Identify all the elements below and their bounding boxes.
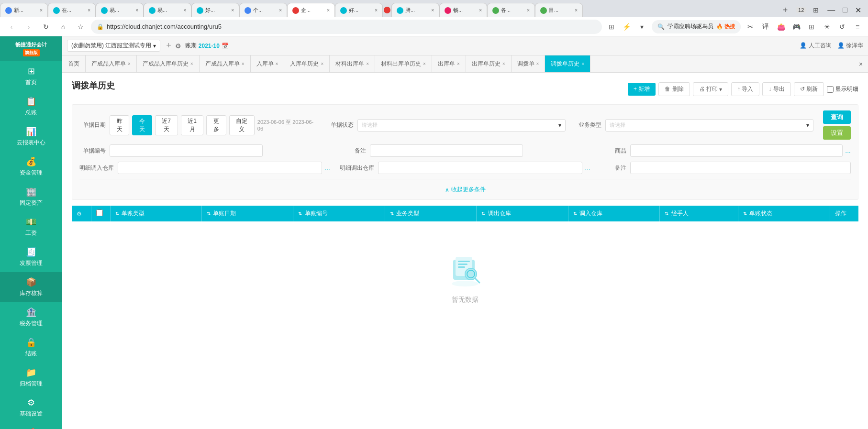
import-button[interactable]: ↑ 导入 <box>731 82 759 96</box>
date-custom-btn[interactable]: 自定义 <box>229 115 255 135</box>
tab-count-badge[interactable]: 12 <box>796 7 806 13</box>
detail-in-input[interactable] <box>118 162 322 174</box>
tab-close-icon[interactable]: × <box>457 61 460 66</box>
detail-out-more-icon[interactable]: ... <box>585 164 590 172</box>
date-yesterday-btn[interactable]: 昨天 <box>110 115 129 135</box>
sidebar-item-guide[interactable]: 📌 新手引导 <box>0 423 62 429</box>
browser-tab-5[interactable]: 好... × <box>191 3 239 17</box>
sidebar-logo[interactable]: 畅捷通好会计 旗舰版 <box>0 36 62 61</box>
col-date[interactable]: ⇅ 单账日期 <box>201 206 293 221</box>
menu-icon[interactable]: ≡ <box>852 21 863 33</box>
tab-material-out[interactable]: 材料出库单 × <box>330 55 375 73</box>
sidebar-item-fund[interactable]: 💰 资金管理 <box>0 152 62 182</box>
browser-tab-11[interactable]: 各... × <box>487 3 535 17</box>
browser-tab-3[interactable]: 易... × <box>96 3 144 17</box>
undo-icon[interactable]: ↺ <box>836 21 848 33</box>
sidebar-item-settings[interactable]: ⚙ 基础设置 <box>0 393 62 423</box>
goods-more-icon[interactable]: ... <box>845 147 851 154</box>
select-all-checkbox[interactable] <box>96 209 103 216</box>
col-in-warehouse[interactable]: ⇅ 调入仓库 <box>568 206 659 221</box>
tab-out-history[interactable]: 出库单历史 × <box>466 55 512 73</box>
sidebar-item-wage[interactable]: 💵 工资 <box>0 212 62 242</box>
col-type[interactable]: ⇅ 单账类型 <box>110 206 201 221</box>
sidebar-item-tax[interactable]: 🏦 税务管理 <box>0 302 62 332</box>
docno-input[interactable] <box>110 144 263 157</box>
tab-product-in2[interactable]: 产成品入库单 × <box>200 55 251 73</box>
sidebar-item-ledger[interactable]: 📋 总账 <box>0 91 62 121</box>
game-icon[interactable]: 🎮 <box>790 21 802 33</box>
dropdown-icon[interactable]: ▾ <box>636 21 648 33</box>
refresh-button[interactable]: ↺ 刷新 <box>794 82 824 96</box>
browser-tab-10[interactable]: 畅... × <box>439 3 487 17</box>
tab-close-icon[interactable]: × <box>276 61 278 66</box>
close-window-button[interactable]: ✕ <box>853 6 863 15</box>
tab-close-icon[interactable]: × <box>581 61 584 66</box>
date-1month-btn[interactable]: 近1月 <box>181 115 204 135</box>
extension-grid-icon[interactable]: ⊞ <box>606 21 617 33</box>
settings-button[interactable]: 设置 <box>823 126 851 140</box>
date-today-btn[interactable]: 今天 <box>132 115 152 135</box>
tab-close-icon[interactable]: × <box>366 61 369 66</box>
tab-transfer-history[interactable]: 调拨单历史 × <box>545 55 590 73</box>
col-docno[interactable]: ⇅ 单账编号 <box>293 206 385 221</box>
browser-tab-2[interactable]: 在... × <box>48 3 96 17</box>
tab-list-icon[interactable]: ⊞ <box>810 4 822 16</box>
date-more-btn[interactable]: 更多 <box>206 115 226 135</box>
sidebar-item-close[interactable]: 🔒 结账 <box>0 332 62 363</box>
tab-home[interactable]: 首页 <box>62 55 86 73</box>
date-7days-btn[interactable]: 近7天 <box>155 115 178 135</box>
export-button[interactable]: ↓ 导出 <box>762 82 790 96</box>
translate-icon[interactable]: 译 <box>760 21 771 33</box>
tab-close-icon[interactable]: × <box>502 61 505 66</box>
collapse-button[interactable]: ∧ 收起更多条件 <box>79 186 851 194</box>
calendar-icon[interactable]: 📅 <box>222 43 229 49</box>
browser-tab-4[interactable]: 易... × <box>144 3 191 17</box>
minimize-button[interactable]: — <box>825 6 837 14</box>
tab-material-out-history[interactable]: 材料出库单历史 × <box>375 55 432 73</box>
query-button[interactable]: 查询 <box>823 110 851 124</box>
theme-icon[interactable]: ☀ <box>821 21 833 33</box>
sidebar-item-invoice[interactable]: 🧾 发票管理 <box>0 242 62 272</box>
tab-close-icon[interactable]: × <box>423 61 426 66</box>
sidebar-item-report[interactable]: 📊 云报表中心 <box>0 121 62 152</box>
tab-close-icon[interactable]: × <box>128 61 131 66</box>
sidebar-item-inventory[interactable]: 📦 库存核算 <box>0 272 62 302</box>
sidebar-item-home[interactable]: ⊞ 首页 <box>0 61 62 91</box>
tab-out-order[interactable]: 出库单 × <box>432 55 466 73</box>
forward-button[interactable]: › <box>22 20 35 33</box>
display-toggle[interactable]: 显示明细 <box>827 85 858 93</box>
tab-close-icon[interactable]: × <box>190 61 193 66</box>
settings-gear-icon[interactable]: ⚙ <box>175 42 181 50</box>
tab-transfer[interactable]: 调拨单 × <box>512 55 545 73</box>
scissors-icon[interactable]: ✂ <box>745 21 756 33</box>
reload-button[interactable]: ↻ <box>39 20 53 33</box>
sidebar-item-archive[interactable]: 📁 归档管理 <box>0 363 62 393</box>
sidebar-item-asset[interactable]: 🏢 固定资产 <box>0 182 62 212</box>
col-handler[interactable]: ⇅ 经手人 <box>660 206 738 221</box>
company-selector[interactable]: (勿删勿禁用) 江西服宝测试专用 ▾ <box>67 40 160 52</box>
browser-tab-8[interactable]: 好... × <box>335 3 383 17</box>
new-tab-button[interactable]: + <box>779 3 792 17</box>
tab-in-order[interactable]: 入库单 × <box>251 55 285 73</box>
detail-remark-input[interactable] <box>630 162 851 174</box>
tab-close-icon[interactable]: × <box>536 61 539 66</box>
remark-input[interactable] <box>370 144 523 157</box>
detail-out-input[interactable] <box>378 162 582 174</box>
col-biztype[interactable]: ⇅ 业务类型 <box>385 206 476 221</box>
wallet-icon[interactable]: 👛 <box>775 21 787 33</box>
col-status[interactable]: ⇅ 单账状态 <box>738 206 830 221</box>
browser-tab-12[interactable]: 目... × <box>535 3 583 17</box>
browser-tab-9[interactable]: 腾... × <box>391 3 439 17</box>
tab-bar-close-all[interactable]: × <box>854 55 868 73</box>
browser-tab-7[interactable]: 企... × <box>287 3 335 17</box>
home-button[interactable]: ⌂ <box>56 20 70 33</box>
back-button[interactable]: ‹ <box>5 20 18 33</box>
goods-input[interactable] <box>630 144 843 157</box>
col-out-warehouse[interactable]: ⇅ 调出仓库 <box>477 206 568 221</box>
detail-in-more-icon[interactable]: ... <box>324 164 330 172</box>
delete-button[interactable]: 🗑 删除 <box>658 82 690 96</box>
maximize-button[interactable]: □ <box>841 6 849 14</box>
address-bar[interactable]: https://cloud.chanjet.com/accounting/uru… <box>107 23 596 30</box>
browser-tab-close-btn[interactable] <box>384 7 390 13</box>
tab-product-in-history[interactable]: 产成品入库单历史 × <box>137 55 200 73</box>
